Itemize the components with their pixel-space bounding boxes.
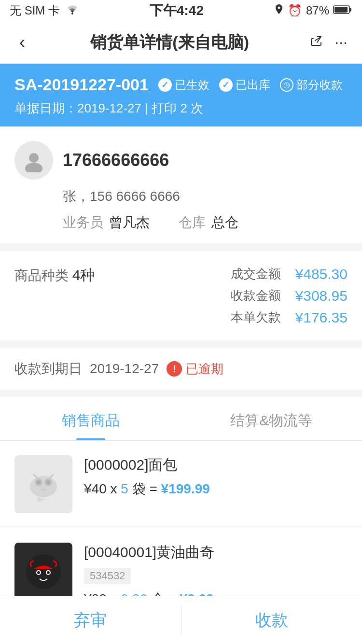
clock-icon: ◷ <box>280 78 293 92</box>
share-icon[interactable] <box>309 33 325 52</box>
nav-bar: ‹ 销货单详情(来自电脑) ··· <box>0 21 362 64</box>
stats-right: 成交金额 ¥485.30 收款金额 ¥308.95 本单欠款 ¥176.35 <box>231 266 348 326</box>
battery-text: 87% <box>306 4 329 17</box>
customer-row: 17666666666 <box>14 141 348 180</box>
status-badge-shipped: ✓ 已出库 <box>219 77 270 93</box>
battery-icon <box>333 4 352 17</box>
svg-point-5 <box>25 163 42 172</box>
received-label: 收款金额 <box>231 287 281 304</box>
due-date: 2019-12-27 <box>90 361 159 377</box>
status-left: 无 SIM 卡 <box>10 3 79 18</box>
owed-value: ¥176.35 <box>295 309 348 326</box>
svg-point-12 <box>26 554 61 589</box>
product-thumbnail-0: 鱼+ <box>14 455 72 513</box>
due-label: 收款到期日 <box>14 360 82 378</box>
product-price-0: ¥40 x 5 袋 = ¥199.99 <box>84 480 348 498</box>
svg-text:鱼+: 鱼+ <box>37 497 44 502</box>
svg-point-6 <box>30 476 57 497</box>
alarm-icon: ⏰ <box>288 4 302 17</box>
list-item: 鱼+ [0000002]面包 ¥40 x 5 袋 = ¥199.99 <box>0 441 362 528</box>
product-total-0: ¥199.99 <box>161 481 210 496</box>
svg-rect-2 <box>349 8 351 12</box>
amount-label: 成交金额 <box>231 266 281 282</box>
amount-row: 成交金额 ¥485.30 <box>231 266 348 282</box>
category-count-val: 4种 <box>72 267 95 283</box>
nav-actions: ··· <box>309 33 348 52</box>
check-icon-active: ✓ <box>158 78 172 92</box>
svg-point-9 <box>37 480 41 484</box>
overdue-icon: ! <box>167 361 182 377</box>
carrier-text: 无 SIM 卡 <box>10 3 60 18</box>
customer-avatar <box>14 141 53 180</box>
bottom-bar: 弃审 收款 <box>0 596 362 644</box>
status-badge-active: ✓ 已生效 <box>158 77 209 93</box>
svg-point-15 <box>37 571 40 574</box>
salesperson-value: 曾凡杰 <box>109 213 150 232</box>
svg-point-0 <box>71 13 73 14</box>
wifi-icon <box>66 4 79 17</box>
svg-point-4 <box>29 153 39 163</box>
owl-logo-icon: 鱼+ <box>14 455 72 513</box>
received-value: ¥308.95 <box>295 288 348 304</box>
product-qty-0: 5 <box>121 481 128 496</box>
customer-section: 17666666666 张，156 6666 6666 业务员 曾凡杰 仓库 总… <box>0 126 362 243</box>
warehouse-label: 仓库 <box>179 213 206 232</box>
salesperson-label: 业务员 <box>63 213 103 232</box>
order-header: SA-20191227-001 ✓ 已生效 ✓ 已出库 ◷ 部分收款 单据日期：… <box>0 64 362 126</box>
product-name-1: [00040001]黄油曲奇 <box>84 543 348 562</box>
back-button[interactable]: ‹ <box>14 28 30 57</box>
status-badge-partial: ◷ 部分收款 <box>280 77 343 93</box>
product-name-0: [0000002]面包 <box>84 455 348 475</box>
tab-products[interactable]: 销售商品 <box>0 397 181 440</box>
check-icon-shipped: ✓ <box>219 78 233 92</box>
status-bar: 无 SIM 卡 下午4:42 ⏰ 87% <box>0 0 362 21</box>
owed-row: 本单欠款 ¥176.35 <box>231 309 348 326</box>
product-tag-1: 534532 <box>84 568 131 584</box>
stats-section: 商品种类 4种 成交金额 ¥485.30 收款金额 ¥308.95 本单欠款 ¥… <box>0 251 362 340</box>
received-row: 收款金额 ¥308.95 <box>231 287 348 304</box>
owed-label: 本单欠款 <box>231 309 281 326</box>
salesperson-item: 业务员 曾凡杰 <box>63 213 150 232</box>
location-icon <box>274 4 284 17</box>
customer-name-phone: 张，156 6666 6666 <box>14 187 348 206</box>
tabs-section: 销售商品 结算&物流等 鱼+ <box>0 397 362 623</box>
order-date: 单据日期：2019-12-27 | 打印 2 次 <box>14 100 348 117</box>
svg-point-16 <box>47 571 50 574</box>
cancel-button[interactable]: 弃审 <box>0 600 181 641</box>
status-time: 下午4:42 <box>150 1 204 20</box>
confirm-button[interactable]: 收款 <box>181 600 362 641</box>
warehouse-item: 仓库 总仓 <box>179 213 238 232</box>
overdue-text: 已逾期 <box>186 361 223 378</box>
svg-point-10 <box>46 480 50 484</box>
overdue-badge: ! 已逾期 <box>167 361 223 378</box>
stats-left: 商品种类 4种 <box>14 266 95 285</box>
due-section: 收款到期日 2019-12-27 ! 已逾期 <box>0 348 362 390</box>
customer-meta: 业务员 曾凡杰 仓库 总仓 <box>14 213 348 232</box>
status-right: ⏰ 87% <box>274 4 352 17</box>
warehouse-value: 总仓 <box>211 213 238 232</box>
product-info-0: [0000002]面包 ¥40 x 5 袋 = ¥199.99 <box>84 455 348 498</box>
more-icon[interactable]: ··· <box>334 33 348 51</box>
svg-rect-3 <box>334 7 348 13</box>
tabs-bar: 销售商品 结算&物流等 <box>0 397 362 441</box>
order-id-row: SA-20191227-001 ✓ 已生效 ✓ 已出库 ◷ 部分收款 <box>14 75 348 94</box>
tab-settlement[interactable]: 结算&物流等 <box>181 397 362 440</box>
customer-phone: 17666666666 <box>63 150 169 170</box>
amount-value: ¥485.30 <box>295 266 348 282</box>
page-title: 销货单详情(来自电脑) <box>90 31 249 54</box>
order-id: SA-20191227-001 <box>14 75 149 94</box>
product-thumbnail-1 <box>14 543 72 601</box>
